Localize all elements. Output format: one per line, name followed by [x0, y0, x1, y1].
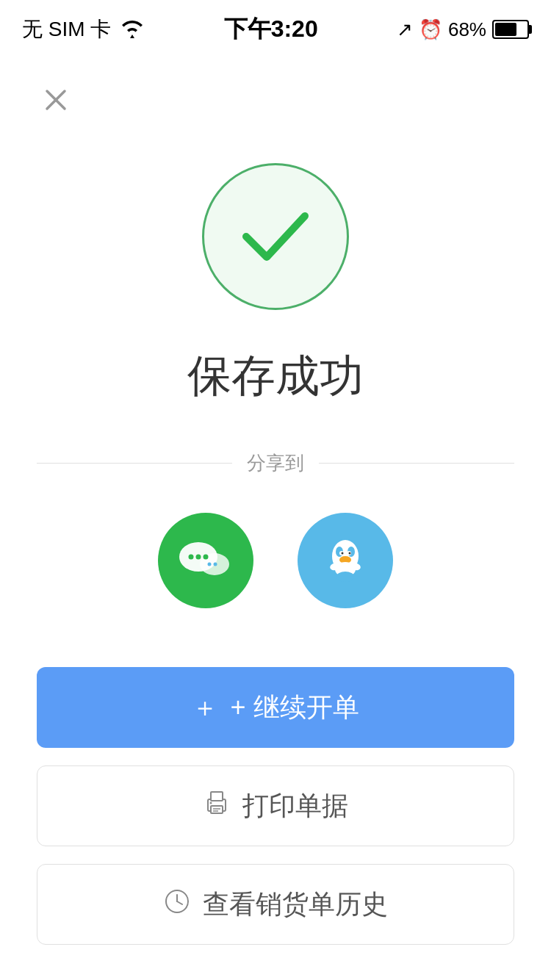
status-time: 下午3:20 [224, 13, 318, 46]
clock-svg [163, 887, 191, 915]
wechat-share-button[interactable] [158, 513, 253, 608]
status-right: ↗ ⏰ 68% [397, 18, 529, 41]
status-bar: 无 SIM 卡 下午3:20 ↗ ⏰ 68% [0, 0, 551, 59]
print-label: 打印单据 [242, 788, 348, 824]
svg-point-26 [210, 801, 212, 804]
alarm-icon: ⏰ [419, 18, 442, 41]
close-button[interactable] [37, 81, 75, 119]
svg-point-15 [349, 552, 351, 555]
status-left: 无 SIM 卡 [22, 15, 145, 43]
share-icons-row [158, 513, 393, 608]
clock-icon [163, 887, 191, 922]
svg-point-20 [336, 572, 354, 582]
printer-icon [203, 789, 231, 824]
plus-icon: ＋ [192, 690, 218, 726]
success-title: 保存成功 [187, 347, 364, 406]
svg-point-7 [208, 563, 212, 566]
history-label: 查看销货单历史 [203, 887, 388, 923]
share-label: 分享到 [247, 450, 304, 476]
print-button[interactable]: 打印单据 [37, 765, 514, 846]
close-button-area [0, 59, 551, 134]
wifi-icon [120, 20, 145, 39]
continue-label: + 继续开单 [230, 690, 359, 726]
svg-point-5 [196, 555, 201, 560]
divider-left [37, 463, 232, 464]
main-content: 保存成功 分享到 [0, 134, 551, 945]
printer-svg [203, 789, 231, 817]
svg-point-4 [189, 555, 194, 560]
svg-point-8 [214, 563, 217, 566]
svg-rect-22 [211, 792, 223, 801]
qq-share-button[interactable] [298, 513, 393, 608]
battery-bar [492, 20, 529, 39]
action-buttons: ＋ + 继续开单 打印单据 [37, 667, 514, 945]
svg-rect-23 [211, 806, 223, 813]
checkmark-icon [239, 207, 312, 266]
success-circle [202, 163, 349, 310]
share-divider: 分享到 [37, 450, 514, 476]
battery-percent: 68% [448, 18, 486, 41]
close-icon [41, 85, 71, 115]
wechat-icon [178, 535, 234, 586]
svg-point-6 [204, 555, 209, 560]
qq-icon [317, 533, 373, 588]
divider-right [319, 463, 514, 464]
svg-point-14 [342, 552, 344, 555]
carrier-text: 无 SIM 卡 [22, 15, 111, 43]
svg-line-29 [177, 901, 182, 904]
continue-button[interactable]: ＋ + 继续开单 [37, 667, 514, 748]
history-button[interactable]: 查看销货单历史 [37, 864, 514, 945]
location-icon: ↗ [397, 18, 413, 41]
battery-fill [495, 23, 516, 36]
